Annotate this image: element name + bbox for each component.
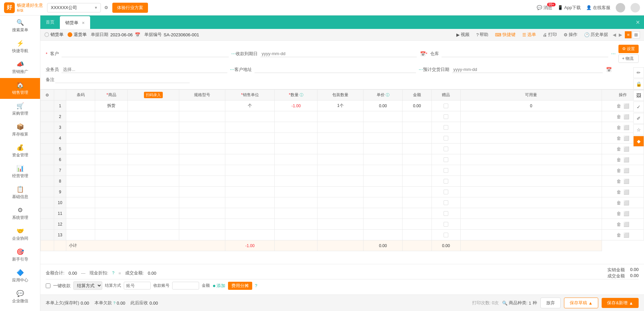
- row-product[interactable]: [95, 208, 128, 219]
- add-payment-btn[interactable]: ● 添加: [213, 283, 225, 289]
- row-gift[interactable]: [431, 101, 460, 111]
- setup-btn[interactable]: ⚙ 设置: [618, 45, 639, 53]
- debt-info-icon[interactable]: ?: [113, 301, 115, 305]
- row-qty[interactable]: [275, 208, 317, 219]
- row-product[interactable]: [95, 197, 128, 208]
- customer-dots-icon[interactable]: ···: [231, 51, 236, 56]
- payment-date-input[interactable]: [260, 50, 417, 57]
- row-qty[interactable]: [275, 165, 317, 176]
- gift-checkbox[interactable]: [444, 179, 448, 184]
- row-gift[interactable]: [431, 197, 460, 208]
- payment-help-icon[interactable]: ?: [255, 283, 257, 288]
- sidebar-item-operations[interactable]: 📊 经营管理: [0, 161, 40, 182]
- gift-checkbox[interactable]: [444, 125, 448, 130]
- trial-button[interactable]: 体验行业方案: [112, 3, 148, 13]
- gift-checkbox[interactable]: [444, 136, 448, 141]
- history-btn[interactable]: 🕐 历史单据: [582, 31, 610, 38]
- delete-row-icon[interactable]: 🗑: [616, 179, 621, 184]
- video-btn[interactable]: ▶ 视频: [454, 31, 471, 38]
- row-barcode[interactable]: [66, 176, 95, 187]
- row-barcode[interactable]: [66, 165, 95, 176]
- row-barcode[interactable]: [66, 219, 95, 230]
- row-qty[interactable]: [275, 219, 317, 230]
- row-unit[interactable]: [225, 144, 275, 154]
- company-selector[interactable]: XXXXXX公司 ▾: [47, 3, 101, 12]
- row-gift[interactable]: [431, 154, 460, 165]
- row-amount[interactable]: [403, 230, 431, 240]
- row-barcode[interactable]: [66, 144, 95, 154]
- delivery-cal-icon[interactable]: 📅: [606, 67, 612, 72]
- row-product[interactable]: [95, 133, 128, 144]
- row-unit-price[interactable]: [364, 133, 403, 144]
- copy-row-icon[interactable]: ⬜: [623, 125, 629, 130]
- row-product[interactable]: 拆货: [95, 101, 128, 111]
- logistics-btn[interactable]: + 物流: [618, 54, 639, 63]
- row-pkg-qty[interactable]: [317, 111, 364, 122]
- amount-input[interactable]: [172, 282, 199, 289]
- copy-row-icon[interactable]: ⬜: [623, 103, 629, 109]
- qty-info-icon[interactable]: ⓘ: [300, 93, 303, 97]
- sidebar-item-corp[interactable]: 🤝 企业协同: [0, 224, 40, 245]
- delete-row-icon[interactable]: 🗑: [616, 232, 621, 238]
- row-unit-price[interactable]: [364, 197, 403, 208]
- delete-row-icon[interactable]: 🗑: [616, 211, 621, 216]
- row-pkg-qty[interactable]: [317, 165, 364, 176]
- next-icon[interactable]: ▶: [619, 32, 622, 37]
- row-unit-price[interactable]: [364, 122, 403, 133]
- sidebar-item-sales[interactable]: 🏠 销售管理: [0, 78, 40, 99]
- addr-dots-icon[interactable]: ···: [419, 67, 423, 72]
- sidebar-item-guide[interactable]: 🎯 新手引导: [0, 245, 40, 266]
- gift-checkbox[interactable]: [444, 168, 448, 173]
- row-pkg-qty[interactable]: [317, 208, 364, 219]
- gift-checkbox[interactable]: [444, 114, 448, 119]
- search-product-icon[interactable]: 🔍: [502, 301, 507, 306]
- rf-edit-btn[interactable]: ✏: [633, 67, 644, 78]
- row-qty[interactable]: -1.00: [275, 101, 317, 111]
- prev-icon[interactable]: ◀: [613, 32, 616, 37]
- sidebar-item-search[interactable]: 🔍 搜索菜单: [0, 15, 40, 36]
- copy-row-icon[interactable]: ⬜: [623, 189, 629, 195]
- row-spec[interactable]: [179, 176, 225, 187]
- row-barcode[interactable]: [66, 122, 95, 133]
- row-amount[interactable]: [403, 111, 431, 122]
- row-unit-price[interactable]: [364, 219, 403, 230]
- row-qty[interactable]: [275, 133, 317, 144]
- th-settings[interactable]: ⚙: [41, 90, 54, 101]
- row-gift[interactable]: [431, 165, 460, 176]
- row-qty[interactable]: [275, 230, 317, 240]
- row-pkg-qty[interactable]: [317, 133, 364, 144]
- row-spec[interactable]: [179, 208, 225, 219]
- row-spec[interactable]: [179, 144, 225, 154]
- row-qty[interactable]: [275, 197, 317, 208]
- row-amount[interactable]: 0.00: [403, 101, 431, 111]
- row-qty[interactable]: [275, 176, 317, 187]
- sidebar-item-basic[interactable]: 📋 基础信息: [0, 182, 40, 203]
- row-unit-price[interactable]: [364, 111, 403, 122]
- copy-row-icon[interactable]: ⬜: [623, 157, 629, 162]
- row-gift[interactable]: [431, 144, 460, 154]
- settings-icon[interactable]: ⚙: [103, 4, 110, 11]
- row-product[interactable]: [95, 111, 128, 122]
- salesperson-input[interactable]: [62, 66, 227, 73]
- row-amount[interactable]: [403, 154, 431, 165]
- copy-row-icon[interactable]: ⬜: [623, 135, 629, 141]
- list-view-btn[interactable]: ≡: [625, 31, 632, 38]
- close-all-icon[interactable]: ✕: [636, 20, 640, 25]
- select-btn[interactable]: ☰ 选单: [520, 31, 538, 38]
- gift-checkbox[interactable]: [444, 104, 448, 108]
- row-spec[interactable]: [179, 197, 225, 208]
- row-unit-price[interactable]: [364, 165, 403, 176]
- customer-input[interactable]: [62, 50, 228, 57]
- row-unit-price[interactable]: [364, 230, 403, 240]
- message-btn[interactable]: 💬 消息 99+: [537, 5, 552, 11]
- row-amount[interactable]: [403, 144, 431, 154]
- rf-image-btn[interactable]: 🖼: [633, 90, 644, 101]
- grid-view-btn[interactable]: ⊞: [632, 31, 640, 38]
- tab-close-icon[interactable]: ✕: [82, 21, 85, 25]
- warehouse-input[interactable]: 建材仓: [442, 50, 608, 57]
- delete-row-icon[interactable]: 🗑: [616, 103, 621, 109]
- draft-button[interactable]: 保存草稿 ▲: [564, 298, 599, 308]
- price-info-icon[interactable]: ⓘ: [386, 93, 389, 97]
- delete-row-icon[interactable]: 🗑: [616, 146, 621, 152]
- discount-info-icon[interactable]: ?: [112, 271, 115, 275]
